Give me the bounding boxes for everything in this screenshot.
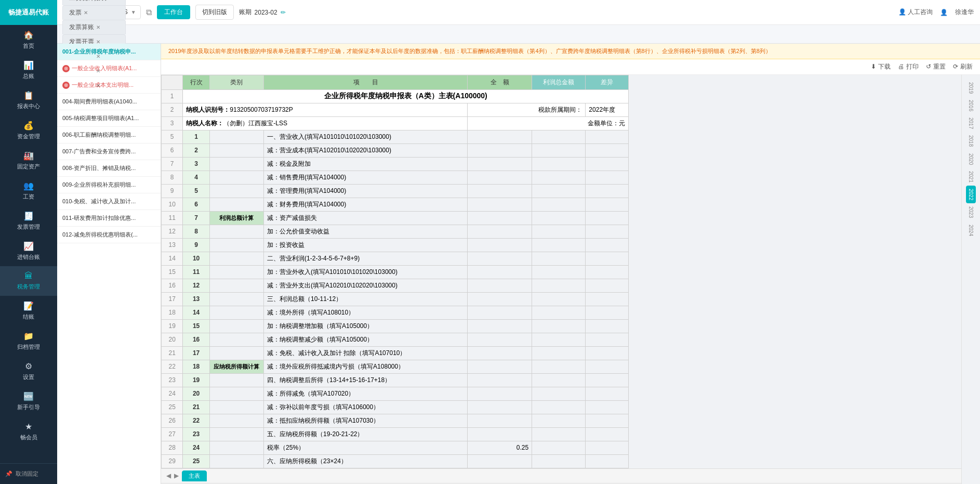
diff-cell-16[interactable] bbox=[586, 346, 629, 360]
tab-close-icon[interactable]: ✕ bbox=[96, 68, 100, 74]
diff-cell-20[interactable] bbox=[586, 400, 629, 414]
profit-cell-12[interactable] bbox=[532, 292, 586, 306]
profit-cell-17[interactable] bbox=[532, 360, 586, 373]
value-cell-16[interactable] bbox=[468, 346, 532, 360]
value-cell-22[interactable] bbox=[468, 427, 532, 441]
tab-close-icon[interactable]: ✕ bbox=[96, 83, 100, 88]
sidebar-item-reports[interactable]: 📋报表中心 bbox=[0, 85, 57, 115]
value-cell-5[interactable] bbox=[468, 198, 532, 211]
value-cell-21[interactable] bbox=[468, 414, 532, 427]
profit-cell-6[interactable] bbox=[532, 211, 586, 225]
timeline-year-2017[interactable]: 2017 bbox=[966, 114, 976, 132]
diff-cell-23[interactable] bbox=[586, 441, 629, 454]
value-cell-15[interactable] bbox=[468, 333, 532, 346]
diff-cell-10[interactable] bbox=[586, 265, 629, 279]
sidebar-item-sales-ledger[interactable]: 📈进销台账 bbox=[0, 236, 57, 266]
value-cell-17[interactable] bbox=[468, 360, 532, 373]
copy-icon[interactable]: ⧉ bbox=[146, 8, 152, 17]
print-button[interactable]: 🖨 打印 bbox=[898, 62, 919, 71]
value-cell-19[interactable] bbox=[468, 387, 532, 400]
timeline-year-2016[interactable]: 2016 bbox=[966, 97, 976, 114]
diff-cell-18[interactable] bbox=[586, 373, 629, 387]
diff-cell-4[interactable] bbox=[586, 184, 629, 198]
value-cell-10[interactable] bbox=[468, 265, 532, 279]
value-cell-4[interactable] bbox=[468, 184, 532, 198]
profit-cell-9[interactable] bbox=[532, 252, 586, 265]
sidebar-item-settings[interactable]: ⚙设置 bbox=[0, 356, 57, 386]
value-cell-18[interactable] bbox=[468, 373, 532, 387]
profit-cell-24[interactable] bbox=[532, 454, 586, 468]
left-panel-item-010[interactable]: 010-免税、减计收入及加计... bbox=[57, 193, 161, 210]
value-cell-20[interactable] bbox=[468, 400, 532, 414]
profit-cell-5[interactable] bbox=[532, 198, 586, 211]
profit-cell-11[interactable] bbox=[532, 279, 586, 292]
diff-cell-17[interactable] bbox=[586, 360, 629, 373]
left-panel-item-003[interactable]: ⊗一般企业成本支出明细... bbox=[57, 77, 161, 94]
left-panel-item-006[interactable]: 006-职工薪酬纳税调整明细... bbox=[57, 127, 161, 143]
value-cell-1[interactable] bbox=[468, 143, 532, 157]
sheet-tab-主表[interactable]: 主表 bbox=[182, 470, 207, 481]
tab-close-icon[interactable]: ✕ bbox=[96, 54, 100, 59]
tab-close-icon[interactable]: ✕ bbox=[115, 97, 119, 103]
left-panel-item-008[interactable]: 008-资产折旧、摊销及纳税... bbox=[57, 160, 161, 177]
profit-cell-8[interactable] bbox=[532, 238, 586, 252]
profit-cell-1[interactable] bbox=[532, 143, 586, 157]
diff-cell-12[interactable] bbox=[586, 292, 629, 306]
value-cell-11[interactable] bbox=[468, 279, 532, 292]
value-cell-9[interactable] bbox=[468, 252, 532, 265]
value-cell-24[interactable] bbox=[468, 454, 532, 468]
sidebar-item-tax[interactable]: 🏛税务管理 bbox=[0, 266, 57, 296]
diff-cell-24[interactable] bbox=[586, 454, 629, 468]
tab-工资统计报表[interactable]: 工资统计报表✕ bbox=[62, 0, 126, 5]
diff-cell-14[interactable] bbox=[586, 319, 629, 333]
diff-cell-21[interactable] bbox=[586, 414, 629, 427]
left-panel-item-002[interactable]: ⊗一般企业收入明细表(A1... bbox=[57, 60, 161, 77]
sidebar-item-close[interactable]: 📝结账 bbox=[0, 296, 57, 326]
sidebar-item-fixed-assets[interactable]: 🏭固定资产 bbox=[0, 146, 57, 176]
value-cell-3[interactable] bbox=[468, 171, 532, 184]
tab-close-icon[interactable]: ✕ bbox=[96, 39, 100, 45]
value-cell-13[interactable] bbox=[468, 306, 532, 319]
sheet-prev-btn[interactable]: ◀ bbox=[166, 472, 171, 479]
profit-cell-10[interactable] bbox=[532, 265, 586, 279]
profit-cell-18[interactable] bbox=[532, 373, 586, 387]
profit-cell-13[interactable] bbox=[532, 306, 586, 319]
left-panel-item-012[interactable]: 012-减免所得税优惠明细表(... bbox=[57, 227, 161, 243]
profit-cell-4[interactable] bbox=[532, 184, 586, 198]
switch-old-button[interactable]: 切到旧版 bbox=[195, 5, 234, 20]
value-cell-0[interactable] bbox=[468, 130, 532, 143]
diff-cell-5[interactable] bbox=[586, 198, 629, 211]
diff-cell-6[interactable] bbox=[586, 211, 629, 225]
timeline-year-2019[interactable]: 2019 bbox=[966, 79, 976, 97]
profit-cell-16[interactable] bbox=[532, 346, 586, 360]
diff-cell-9[interactable] bbox=[586, 252, 629, 265]
service-btn[interactable]: 👤 人工咨询 bbox=[898, 8, 933, 17]
sidebar-item-invoice[interactable]: 🧾发票管理 bbox=[0, 206, 57, 236]
profit-cell-15[interactable] bbox=[532, 333, 586, 346]
sidebar-item-archive[interactable]: 📁归档管理 bbox=[0, 326, 57, 356]
diff-cell-15[interactable] bbox=[586, 333, 629, 346]
diff-cell-1[interactable] bbox=[586, 143, 629, 157]
tab-close-icon[interactable]: ✕ bbox=[96, 24, 100, 30]
profit-cell-21[interactable] bbox=[532, 414, 586, 427]
diff-cell-3[interactable] bbox=[586, 171, 629, 184]
sidebar-item-fund[interactable]: 💰资金管理 bbox=[0, 115, 57, 146]
sidebar-item-ledger[interactable]: 📊总账 bbox=[0, 55, 57, 85]
tab-close-icon[interactable]: ✕ bbox=[109, 0, 113, 1]
diff-cell-22[interactable] bbox=[586, 427, 629, 441]
diff-cell-11[interactable] bbox=[586, 279, 629, 292]
sidebar-pin-btn[interactable]: 📌 取消固定 bbox=[0, 467, 57, 481]
value-cell-23[interactable]: 0.25 bbox=[468, 441, 532, 454]
profit-cell-20[interactable] bbox=[532, 400, 586, 414]
profit-cell-7[interactable] bbox=[532, 225, 586, 238]
profit-cell-19[interactable] bbox=[532, 387, 586, 400]
diff-cell-13[interactable] bbox=[586, 306, 629, 319]
tab-发票[interactable]: 发票✕ bbox=[62, 5, 126, 20]
diff-cell-2[interactable] bbox=[586, 157, 629, 171]
profit-cell-23[interactable] bbox=[532, 441, 586, 454]
profit-cell-14[interactable] bbox=[532, 319, 586, 333]
timeline-year-2022[interactable]: 2022 bbox=[966, 186, 976, 203]
refresh-button[interactable]: ⟳ 刷新 bbox=[953, 62, 973, 71]
sidebar-item-guide[interactable]: 🆕新手引导 bbox=[0, 386, 57, 416]
reset-button[interactable]: ↺ 重置 bbox=[926, 62, 946, 71]
